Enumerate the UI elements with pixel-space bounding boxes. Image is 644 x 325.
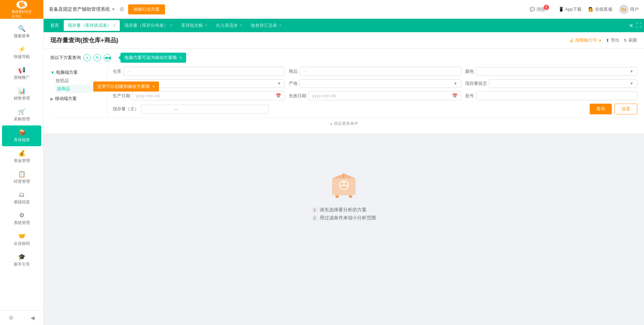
scheme-mobile-group[interactable]: ▶ 移动端方案 bbox=[50, 94, 104, 103]
filter-back-btn[interactable]: ◀◀ bbox=[104, 54, 111, 61]
search-button[interactable]: 查询 bbox=[590, 104, 612, 114]
filter-add-btn[interactable]: + bbox=[84, 54, 91, 61]
filter-production-date: 生产日期 yyyy-mm-dd 📅 bbox=[113, 91, 285, 100]
tab-close-in-out-flow[interactable]: × bbox=[240, 23, 242, 28]
sidebar-item-purchase[interactable]: 🛒 采购管理 bbox=[0, 105, 43, 125]
stock-main-from[interactable] bbox=[145, 107, 171, 112]
inventory-icon: 📦 bbox=[18, 129, 25, 136]
batch-input[interactable] bbox=[476, 91, 637, 100]
app-download-action[interactable]: 📱 App下载 bbox=[558, 6, 582, 12]
print-template-btn[interactable]: 🖨 按模板打印 ▼ bbox=[570, 37, 602, 43]
system-icon: ⚙ bbox=[19, 212, 24, 219]
filter-header-row: 按以下方案查询 + ↻ ◀◀ 电脑方案可设为移动方案哦 × bbox=[50, 53, 637, 63]
sidebar-item-finance[interactable]: 💰 资金管理 bbox=[0, 146, 43, 167]
filter-origin: 产地 ▼ bbox=[289, 79, 461, 88]
stock-main-to[interactable] bbox=[181, 107, 208, 112]
color-select[interactable]: ▼ bbox=[476, 67, 637, 76]
tab-close-receipt-summary[interactable]: × bbox=[279, 23, 281, 28]
filter-row-1: 仓库 ··· 商品 ··· bbox=[113, 67, 637, 76]
sidebar-item-guide[interactable]: 🎓 新手引导 bbox=[0, 250, 43, 271]
tab-close-inventory-status[interactable]: × bbox=[113, 23, 116, 28]
online-support-action[interactable]: 💁 在线客服 bbox=[588, 6, 612, 12]
notification-badge: 6 bbox=[544, 5, 549, 10]
collapse-up-icon: ∧ bbox=[330, 121, 333, 126]
filter-body: ▼ 电脑端方案 按照品 按商品 bbox=[50, 67, 637, 118]
stock-status-select[interactable]: ▼ bbox=[489, 79, 637, 88]
quick-icon: ⚡ bbox=[18, 46, 25, 53]
tab-inventory-dist[interactable]: 现存量（库存分布表） × bbox=[120, 20, 176, 31]
expiry-date-calendar-icon: 📅 bbox=[452, 93, 458, 98]
tooltip-scheme: 电脑方案可设为移动方案哦 × bbox=[120, 53, 186, 63]
sidebar-item-operations[interactable]: 📋 经营管理 bbox=[0, 167, 43, 188]
stock-main-input-range[interactable]: — bbox=[141, 105, 269, 114]
collapse-sidebar-btn[interactable]: ◀ bbox=[31, 315, 35, 321]
tab-home[interactable]: 首页 bbox=[46, 20, 63, 31]
tip-num-2: 2 bbox=[312, 215, 318, 221]
sidebar-item-inventory[interactable]: 📦 库存核算 bbox=[2, 125, 41, 146]
sidebar-logo: 畅 畅捷通好生意 标准版 bbox=[0, 0, 43, 19]
enterprise-icon: 🤝 bbox=[18, 232, 25, 240]
sales-icon: 📊 bbox=[18, 87, 25, 95]
settings-footer-btn[interactable]: ⚙ bbox=[9, 315, 13, 321]
system-title-dropdown[interactable]: 装备及固定资产辅助管理系统 ▼ bbox=[49, 6, 115, 12]
sidebar-item-search[interactable]: 🔍 搜索菜单 bbox=[0, 21, 43, 42]
sidebar-item-quick[interactable]: ⚡ 快捷导航 bbox=[0, 42, 43, 63]
tab-in-out-flow[interactable]: 出入库流水 × bbox=[212, 20, 246, 31]
tab-batch-ledger[interactable]: 库存批次账 × bbox=[177, 20, 211, 31]
color-label: 颜色 bbox=[465, 68, 474, 74]
tab-close-batch-ledger[interactable]: × bbox=[205, 23, 207, 28]
reset-button[interactable]: 设置 bbox=[614, 104, 637, 114]
tip-item-1: 1 请先选择要分析的方案 bbox=[312, 207, 376, 213]
refresh-btn[interactable]: ↻ 刷新 bbox=[624, 37, 637, 43]
system-title: 装备及固定资产辅助管理系统 bbox=[49, 6, 110, 12]
tab-fullscreen-icon[interactable]: ⛶ bbox=[636, 22, 641, 29]
warehouse-select[interactable]: ··· bbox=[123, 67, 285, 76]
page-container: 现存量查询(按仓库+商品) 🖨 按模板打印 ▼ ⬆ 导出 ↻ bbox=[44, 32, 644, 325]
filter-row-4: 现存量（主） — 查询 设置 bbox=[113, 104, 637, 114]
user-avatar: Ea bbox=[619, 5, 629, 14]
tip-item-2: 2 用过滤条件来缩小分析范围 bbox=[312, 215, 376, 221]
tab-inventory-status[interactable]: 现存量（库存状况表） × bbox=[64, 20, 120, 31]
tooltip1-close-btn[interactable]: × bbox=[179, 55, 182, 60]
origin-select[interactable]: ▼ bbox=[300, 79, 461, 88]
print-icon: 🖨 bbox=[570, 38, 574, 43]
user-action[interactable]: Ea 用户 bbox=[619, 5, 639, 14]
expiry-date-input[interactable]: yyyy-mm-dd 📅 bbox=[308, 91, 461, 100]
origin-chevron-icon: ▼ bbox=[453, 81, 458, 86]
sidebar-item-marketing[interactable]: 📢 营销推广 bbox=[0, 63, 43, 84]
marketing-icon: 📢 bbox=[18, 66, 25, 74]
tab-bar-actions: ✕ ⛶ bbox=[629, 22, 641, 29]
logo-icon: 畅 bbox=[16, 1, 27, 9]
trial-button[interactable]: 体验行业方案 bbox=[128, 4, 165, 14]
operations-icon: 📋 bbox=[18, 170, 25, 178]
header-settings-icon[interactable]: ⚙ bbox=[119, 6, 124, 12]
top-header: 装备及固定资产辅助管理系统 ▼ ⚙ 体验行业方案 💬 消息 6 📱 App下载 … bbox=[44, 0, 644, 19]
tooltip2-close-btn[interactable]: × bbox=[152, 84, 155, 89]
empty-state: 1 请先选择要分析的方案 2 用过滤条件来缩小分析范围 bbox=[44, 133, 644, 250]
sidebar-footer: ⚙ ◀ bbox=[0, 310, 43, 325]
production-date-input[interactable]: yyyy-mm-dd 📅 bbox=[132, 91, 285, 100]
filter-expiry-date: 失效日期 yyyy-mm-dd 📅 bbox=[289, 91, 461, 100]
filter-refresh-btn[interactable]: ↻ bbox=[94, 54, 101, 61]
notification-action[interactable]: 💬 消息 6 bbox=[530, 6, 552, 12]
scheme-pc-group[interactable]: ▼ 电脑端方案 bbox=[50, 68, 104, 77]
export-btn[interactable]: ⬆ 导出 bbox=[606, 37, 620, 43]
header-left: 装备及固定资产辅助管理系统 ▼ ⚙ 体验行业方案 bbox=[49, 4, 165, 14]
goods-select[interactable]: ··· bbox=[300, 67, 461, 76]
expiry-date-label: 失效日期 bbox=[289, 93, 306, 99]
svg-rect-7 bbox=[349, 195, 352, 198]
sidebar: 畅 畅捷通好生意 标准版 🔍 搜索菜单 ⚡ 快捷导航 📢 营销推广 📊 销售管理… bbox=[0, 0, 44, 325]
sidebar-item-enterprise[interactable]: 🤝 企业协同 bbox=[0, 229, 43, 250]
scheme-panel: ▼ 电脑端方案 按照品 按商品 bbox=[50, 67, 107, 118]
production-date-label: 生产日期 bbox=[113, 93, 130, 99]
collapse-filter-btn[interactable]: ∧ 收起更多条件 bbox=[50, 118, 637, 129]
color-chevron-icon: ▼ bbox=[630, 69, 634, 74]
tab-close-inventory-dist[interactable]: × bbox=[170, 23, 172, 28]
tab-bar: 首页 现存量（库存状况表） × 现存量（库存分布表） × 库存批次账 × 出入库… bbox=[44, 19, 644, 32]
tab-receipt-summary[interactable]: 收发存汇总表 × bbox=[247, 20, 285, 31]
sidebar-item-system[interactable]: ⚙ 系统管理 bbox=[0, 208, 43, 229]
sidebar-item-sales[interactable]: 📊 销售管理 bbox=[0, 84, 43, 105]
sidebar-item-basic[interactable]: 🗂 基础信息 bbox=[0, 188, 43, 208]
sidebar-nav: 🔍 搜索菜单 ⚡ 快捷导航 📢 营销推广 📊 销售管理 🛒 采购管理 📦 库存核… bbox=[0, 19, 43, 310]
tab-window-close-icon[interactable]: ✕ bbox=[629, 22, 633, 29]
